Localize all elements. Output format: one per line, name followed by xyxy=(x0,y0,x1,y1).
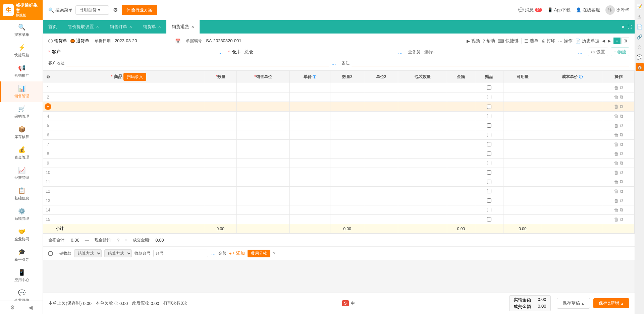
delete-icon[interactable]: 🗑 xyxy=(614,114,619,119)
amount-cell[interactable] xyxy=(447,92,475,102)
sidebar-item-operations[interactable]: 📈 经营管理 xyxy=(0,163,43,184)
delete-icon[interactable]: 🗑 xyxy=(614,198,619,203)
gift-checkbox[interactable] xyxy=(487,142,491,146)
unit2-cell[interactable] xyxy=(364,83,398,92)
delete-icon[interactable]: 🗑 xyxy=(614,189,619,194)
address-input[interactable] xyxy=(66,60,329,66)
col-gear[interactable]: ⚙ xyxy=(43,71,53,83)
close-tab-button[interactable]: ✕ xyxy=(621,24,625,29)
add-payment-btn[interactable]: + + 添加 xyxy=(229,250,245,256)
discount-help-icon[interactable]: ? xyxy=(117,238,119,243)
collapse-button[interactable]: ◀ xyxy=(29,304,33,311)
radio-invoice[interactable]: 销货单 xyxy=(48,38,67,44)
close-icon[interactable]: ✕ xyxy=(96,25,99,29)
sidebar-item-shortcut[interactable]: ⚡ 快捷导航 xyxy=(0,41,43,61)
copy-icon[interactable]: ⧉ xyxy=(620,132,623,138)
message-btn[interactable]: 💬 消息 70 xyxy=(518,7,542,13)
user-profile[interactable]: 徐 徐泽华 xyxy=(605,5,629,15)
delete-icon[interactable]: 🗑 xyxy=(614,142,619,147)
grid-view-btn[interactable]: ⊞ xyxy=(621,38,629,44)
delete-icon[interactable]: 🗑 xyxy=(614,123,619,128)
product-cell-active[interactable] xyxy=(53,102,204,112)
copy-icon[interactable]: ⧉ xyxy=(620,151,623,156)
delete-icon[interactable]: 🗑 xyxy=(614,170,619,175)
salesperson-input[interactable] xyxy=(422,49,576,55)
copy-icon[interactable]: ⧉ xyxy=(620,207,623,213)
gift-checkbox[interactable] xyxy=(487,114,491,118)
delete-icon[interactable]: 🗑 xyxy=(614,85,619,90)
pack-qty-cell[interactable] xyxy=(398,83,447,92)
unit2-cell-active[interactable] xyxy=(364,102,398,112)
add-row-button[interactable]: + xyxy=(45,103,51,110)
address-dots-btn[interactable]: … xyxy=(331,60,336,66)
unit-cell-active[interactable] xyxy=(237,102,290,112)
calendar-icon[interactable]: 📅 xyxy=(175,39,180,44)
date-input[interactable] xyxy=(113,38,173,44)
experience-button[interactable]: 体验行业方案 xyxy=(122,5,157,15)
account-dots-btn[interactable]: … xyxy=(211,251,216,256)
close-icon[interactable]: ✕ xyxy=(158,25,161,29)
sidebar-item-system[interactable]: ⚙️ 系统管理 xyxy=(0,204,43,225)
product-cell[interactable] xyxy=(53,92,204,102)
unit-cell[interactable] xyxy=(237,92,290,102)
gift-checkbox[interactable] xyxy=(487,170,491,175)
qty-cell[interactable] xyxy=(204,83,237,92)
settings-button[interactable]: ⚙ xyxy=(10,304,15,311)
sidebar-link-icon[interactable]: 🔗 xyxy=(635,33,644,41)
copy-icon[interactable]: ⧉ xyxy=(620,94,623,100)
sidebar-item-wechat[interactable]: 💬 企业微信 xyxy=(0,286,43,301)
product-input-active[interactable] xyxy=(54,104,203,109)
tab-sales-invoice[interactable]: 销货单 ✕ xyxy=(138,20,166,34)
amount-cell[interactable] xyxy=(447,83,475,92)
copy-icon[interactable]: ⧉ xyxy=(620,170,623,175)
sidebar-item-basic[interactable]: 📋 基础信息 xyxy=(0,184,43,204)
sidebar-chat-icon[interactable]: 💬 xyxy=(635,53,644,61)
gift-checkbox[interactable] xyxy=(487,217,491,222)
delete-icon[interactable]: 🗑 xyxy=(614,161,619,166)
sidebar-active-btn[interactable]: 🏠 xyxy=(636,63,644,71)
app-download-btn[interactable]: 📱 App下载 xyxy=(547,7,571,13)
sidebar-doc-icon[interactable]: 📄 xyxy=(635,23,644,31)
gift-checkbox[interactable] xyxy=(487,95,491,99)
sidebar-note-icon[interactable]: 📝 xyxy=(635,3,644,11)
gift-checkbox[interactable] xyxy=(487,180,491,184)
qty2-cell[interactable] xyxy=(330,83,364,92)
save-new-button[interactable]: 保存&新增 ▲ xyxy=(593,298,629,308)
operations-btn[interactable]: ⋯ 操作 xyxy=(558,38,573,44)
copy-icon[interactable]: ⧉ xyxy=(620,179,623,185)
history-btn[interactable]: 📄 历史单据 xyxy=(575,38,599,44)
sidebar-item-inventory[interactable]: 📦 库存核算 xyxy=(0,122,43,143)
sidebar-star-icon[interactable]: ☆ xyxy=(636,43,643,51)
logistics-button[interactable]: + 物流 xyxy=(611,48,629,56)
sidebar-item-enterprise[interactable]: 🤝 企业协同 xyxy=(0,225,43,245)
search-menu-btn[interactable]: 🔍 搜索菜单 xyxy=(48,7,73,13)
delete-icon[interactable]: 🗑 xyxy=(614,207,619,213)
cost-price-cell[interactable] xyxy=(542,92,603,102)
one-key-checkbox[interactable] xyxy=(48,251,53,256)
delete-icon[interactable]: 🗑 xyxy=(614,151,619,156)
sidebar-item-marketing[interactable]: 📢 营销推广 xyxy=(0,61,43,81)
price-cell[interactable] xyxy=(290,83,330,92)
gift-checkbox[interactable] xyxy=(487,133,491,137)
tab-price-extract[interactable]: 售价提取设置 ✕ xyxy=(62,20,104,34)
delete-icon[interactable]: 🗑 xyxy=(614,95,619,100)
radio-invoice-input[interactable] xyxy=(48,39,53,43)
gift-checkbox[interactable] xyxy=(487,189,491,193)
copy-icon[interactable]: ⧉ xyxy=(620,160,623,166)
pack-qty-cell-active[interactable] xyxy=(398,102,447,112)
delete-icon[interactable]: 🗑 xyxy=(614,217,619,222)
price-cell[interactable] xyxy=(290,92,330,102)
sidebar-item-search[interactable]: 🔍 搜索菜单 xyxy=(0,20,43,41)
prev-btn[interactable]: ◀ xyxy=(602,39,605,43)
delete-icon[interactable]: 🗑 xyxy=(614,132,619,138)
gift-checkbox[interactable] xyxy=(487,123,491,128)
save-draft-button[interactable]: 保存草稿 ▲ xyxy=(557,298,590,309)
copy-icon[interactable]: ⧉ xyxy=(620,85,623,90)
pack-qty-cell[interactable] xyxy=(398,92,447,102)
unit2-cell[interactable] xyxy=(364,92,398,102)
radio-return-input[interactable] xyxy=(70,39,75,43)
price-cell-active[interactable] xyxy=(290,102,330,112)
copy-icon[interactable]: ⧉ xyxy=(620,104,623,110)
sidebar-item-sales[interactable]: 📊 销售管理 xyxy=(0,81,43,102)
copy-icon[interactable]: ⧉ xyxy=(620,198,623,203)
